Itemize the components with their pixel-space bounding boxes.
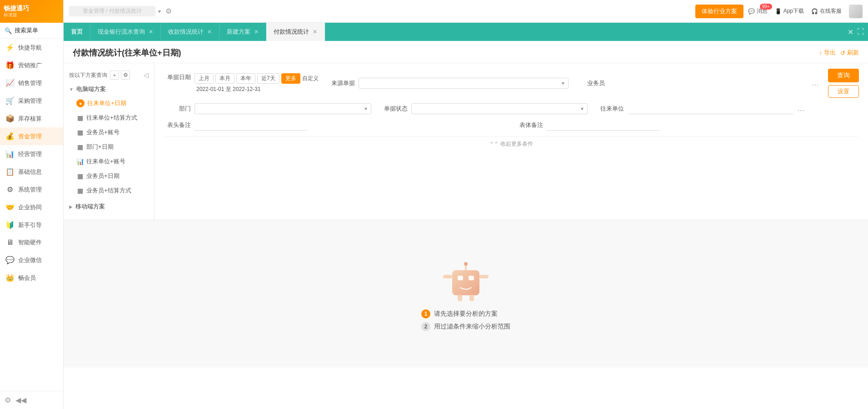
tab-collection-stat-close[interactable]: ✕ [207, 29, 212, 35]
sidebar-item-operation[interactable]: 📊 经营管理 [0, 145, 63, 163]
header-note-label: 表头备注 [164, 121, 191, 129]
sidebar-item-wechat[interactable]: 💬 企业微信 [0, 251, 63, 269]
tab-bank-flow[interactable]: 现金银行流水查询 ✕ [90, 23, 161, 41]
scheme-item-partner-settlement[interactable]: ▦ 往来单位+结算方式 [64, 111, 154, 125]
query-button[interactable]: 查询 [828, 69, 859, 82]
source-label: 来源单据 [328, 79, 355, 87]
collapse-conditions-btn[interactable]: ⌃⌃ 收起更多条件 [489, 140, 533, 148]
date-btns: 上月 本月 本年 近7天 更多 自定义 [195, 73, 319, 84]
partner-dots-btn[interactable]: … [797, 105, 804, 113]
sales-icon: 📈 [5, 79, 15, 87]
sidebar-item-purchase[interactable]: 🛒 采购管理 [0, 92, 63, 110]
collapse-sidebar-icon[interactable]: ◀◀ [15, 396, 26, 404]
scheme-group-mobile: ▶ 移动端方案 [64, 200, 154, 213]
sidebar-item-finance[interactable]: 💰 资金管理 [0, 127, 63, 145]
sidebar-item-basic-info[interactable]: 📋 基础信息 [0, 163, 63, 181]
address-bar[interactable]: 资金管理 / 付款情况统计 ▾ [69, 6, 161, 16]
sidebar-item-sales[interactable]: 📈 销售管理 [0, 74, 63, 92]
user-avatar[interactable] [849, 5, 863, 18]
sidebar-item-member[interactable]: 👑 畅会员 [0, 269, 63, 287]
scheme-item-dept-date[interactable]: ▦ 部门+日期 [64, 140, 154, 154]
scheme-item-icon: ▦ [76, 172, 84, 180]
voucher-status-select[interactable]: ▾ [411, 103, 588, 114]
scheme-group-mobile-arrow: ▶ [69, 204, 73, 209]
staff-select[interactable] [609, 81, 808, 86]
tabbar: 首页 现金银行流水查询 ✕ 收款情况统计 ✕ 新建方案 ✕ 付款情况统计 ✕ ✕… [64, 23, 868, 41]
voucher-status-label: 单据状态 [380, 105, 408, 113]
collapse-bar: ⌃⌃ 收起更多条件 [164, 136, 859, 151]
setting-button[interactable]: 设置 [828, 85, 859, 98]
partner-input[interactable] [628, 103, 793, 114]
refresh-button[interactable]: ↺ 刷新 [840, 49, 859, 57]
export-button[interactable]: ↑ 导出 [819, 49, 836, 57]
scheme-panel-actions: ＋ ⚙ [110, 71, 130, 80]
sidebar-item-hardware[interactable]: 🖥 智能硬件 [0, 234, 63, 251]
sidebar-item-system[interactable]: ⚙ 系统管理 [0, 181, 63, 198]
settings-icon[interactable]: ⚙ [5, 396, 11, 404]
scheme-group-mobile-title[interactable]: ▶ 移动端方案 [64, 200, 154, 213]
svg-rect-3 [443, 275, 452, 278]
sidebar-item-label: 经营管理 [18, 150, 42, 158]
address-dropdown-icon[interactable]: ▾ [158, 8, 161, 15]
tab-bank-flow-close[interactable]: ✕ [149, 29, 153, 35]
gear-scheme-btn[interactable]: ⚙ [121, 71, 130, 80]
date-btn-more[interactable]: 更多 [281, 73, 300, 84]
online-service-item[interactable]: 🎧 在线客服 [811, 7, 842, 15]
scheme-item-label: 往来单位+结算方式 [86, 114, 137, 122]
page-inner: 付款情况统计(往来单位+日期) ↑ 导出 ↺ 刷新 [64, 41, 868, 409]
sidebar-item-guide[interactable]: 🔰 新手引导 [0, 216, 63, 234]
topbar: 资金管理 / 付款情况统计 ▾ ⚙ 体验行业方案 💬 消息 99+ 📱 App下… [64, 0, 868, 23]
tab-new-scheme-close[interactable]: ✕ [254, 29, 259, 35]
svg-rect-1 [458, 276, 463, 280]
close-tab-icon[interactable]: ✕ [848, 28, 853, 36]
date-btn-7days[interactable]: 近7天 [257, 73, 279, 84]
scheme-item-staff-settlement[interactable]: ▦ 业务员+结算方式 [64, 183, 154, 198]
scheme-item-partner-account[interactable]: 📊 往来单位+账号 [64, 154, 154, 169]
sidebar-search-item[interactable]: 🔍 搜索菜单 [0, 23, 63, 39]
svg-rect-7 [465, 265, 467, 271]
app-download-item[interactable]: 📱 App下载 [775, 7, 804, 15]
sidebar-item-quick-nav[interactable]: ⚡ 快捷导航 [0, 39, 63, 56]
staff-dots-btn[interactable]: … [812, 79, 819, 87]
gear-icon[interactable]: ⚙ [165, 7, 172, 15]
dept-select[interactable]: ▾ [195, 103, 371, 114]
date-btn-this-year[interactable]: 本年 [236, 73, 255, 84]
system-icon: ⚙ [5, 185, 15, 194]
sidebar-item-enterprise[interactable]: 🤝 企业协同 [0, 198, 63, 216]
filter-group-staff: 业务员 … [578, 79, 819, 87]
page-header-actions: ↑ 导出 ↺ 刷新 [819, 49, 859, 57]
body-note-input[interactable] [547, 120, 660, 131]
member-icon: 👑 [5, 273, 15, 282]
tab-new-scheme[interactable]: 新建方案 ✕ [219, 23, 266, 41]
scheme-item-staff-account[interactable]: ▦ 业务员+账号 [64, 125, 154, 140]
tab-collection-stat[interactable]: 收款情况统计 ✕ [161, 23, 219, 41]
add-scheme-btn[interactable]: ＋ [110, 71, 119, 80]
svg-rect-6 [469, 294, 474, 301]
scheme-item-label: 业务员+账号 [86, 128, 120, 136]
filter-group-voucher-status: 单据状态 ▾ [380, 103, 588, 114]
message-item[interactable]: 💬 消息 99+ [748, 7, 768, 15]
scheme-item-staff-date[interactable]: ▦ 业务员+日期 [64, 169, 154, 183]
tab-payment-stat-close[interactable]: ✕ [313, 29, 317, 35]
header-note-input[interactable] [195, 120, 308, 131]
tab-home[interactable]: 首页 [64, 23, 90, 41]
sidebar-item-inventory[interactable]: 📦 库存核算 [0, 110, 63, 127]
scheme-group-arrow: ▼ [69, 87, 74, 92]
scheme-group-desktop-title[interactable]: ▼ 电脑端方案 [64, 82, 154, 96]
scheme-item-partner-date[interactable]: ● 往来单位+日期 [64, 96, 154, 111]
expand-tab-icon[interactable]: ⛶ [857, 28, 864, 36]
tab-payment-stat[interactable]: 付款情况统计 ✕ [266, 23, 325, 41]
inventory-icon: 📦 [5, 114, 15, 123]
dept-select-arrow: ▾ [364, 106, 367, 112]
sidebar-item-marketing[interactable]: 🎁 营销推广 [0, 56, 63, 74]
source-select[interactable]: ▾ [359, 78, 569, 89]
tab-bank-flow-label: 现金银行流水查询 [98, 28, 145, 36]
date-custom-label[interactable]: 自定义 [302, 75, 319, 82]
scheme-collapse-btn[interactable]: ◁ [144, 71, 149, 79]
filter-area: 按以下方案查询 ＋ ⚙ ◁ ▼ 电脑端方案 [64, 63, 868, 220]
trial-btn[interactable]: 体验行业方案 [695, 5, 743, 18]
sidebar-item-label: 企业微信 [18, 256, 42, 264]
date-btn-last-month[interactable]: 上月 [195, 73, 214, 84]
svg-point-8 [464, 262, 468, 266]
date-btn-this-month[interactable]: 本月 [215, 73, 234, 84]
